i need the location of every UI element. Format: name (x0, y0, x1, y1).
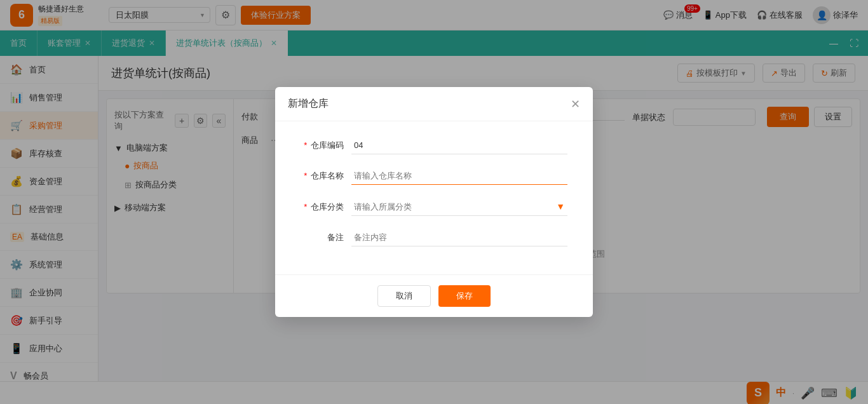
form-row-code: * 仓库编码 (301, 137, 567, 154)
modal-close-button[interactable]: ✕ (571, 98, 580, 110)
required-star-name: * (304, 171, 307, 180)
code-label: * 仓库编码 (301, 140, 351, 151)
modal-overlay[interactable]: 新增仓库 ✕ * 仓库编码 * 仓库名称 (0, 0, 868, 404)
required-star: * (304, 140, 307, 150)
name-label: * 仓库名称 (301, 170, 351, 182)
modal-title: 新增仓库 (288, 97, 329, 111)
required-star-category: * (304, 202, 307, 212)
category-label: * 仓库分类 (301, 201, 351, 213)
warehouse-name-input[interactable] (351, 167, 567, 185)
category-select-row[interactable]: ▼ (351, 198, 567, 216)
category-select-input[interactable] (354, 202, 556, 212)
modal-footer: 取消 保存 (275, 274, 593, 317)
warehouse-code-input[interactable] (351, 137, 567, 154)
form-row-category: * 仓库分类 ▼ (301, 198, 567, 216)
remark-label: 备注 (301, 232, 351, 243)
modal-header: 新增仓库 ✕ (275, 87, 593, 121)
cancel-button[interactable]: 取消 (377, 285, 431, 307)
category-dropdown-icon[interactable]: ▼ (556, 201, 565, 212)
form-row-name: * 仓库名称 (301, 167, 567, 185)
add-warehouse-modal: 新增仓库 ✕ * 仓库编码 * 仓库名称 (275, 87, 593, 317)
remark-input[interactable] (351, 229, 567, 246)
save-button[interactable]: 保存 (438, 285, 491, 307)
modal-body: * 仓库编码 * 仓库名称 * 仓库分类 (275, 121, 593, 274)
form-row-remark: 备注 (301, 229, 567, 246)
